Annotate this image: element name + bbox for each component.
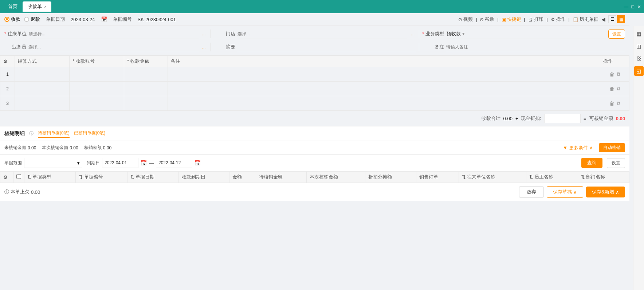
staff-input[interactable] (28, 42, 199, 52)
staff-more-btn[interactable]: ... (201, 44, 207, 50)
available-label: 可核销金额 (589, 115, 613, 122)
sidebar-expand-icon[interactable]: ◱ (634, 66, 644, 76)
business-type-label: 业务类型 (422, 31, 444, 37)
sort-icon[interactable]: ⇅ (462, 174, 466, 180)
ops-btn[interactable]: ⚙ 操作 (551, 16, 566, 23)
staff-label: 业务员 (4, 44, 26, 50)
toolbar-actions: ⊙ 视频 | ⊙ 帮助 | ▣ 快捷键 | 🖨 打印 | (458, 15, 625, 23)
sort-icon[interactable]: ⇅ (79, 174, 83, 180)
history-icon: 📋 (573, 17, 578, 22)
counterpart-more-btn[interactable]: ... (201, 31, 207, 36)
due-date-from-input[interactable] (102, 158, 138, 168)
bottom-col-current: 本次核销金额 (307, 172, 365, 183)
row-2-delete-icon[interactable]: 🗑 (609, 86, 614, 92)
shortcut-btn[interactable]: ▣ 快捷键 (502, 16, 521, 23)
due-date-to-input[interactable] (156, 158, 192, 168)
bench-icon: ⓘ (4, 189, 9, 195)
row-3-account[interactable] (70, 96, 124, 111)
bottom-settings-icon[interactable]: ⚙ (3, 175, 8, 180)
close-icon[interactable]: ✕ (637, 4, 641, 9)
summary-input[interactable] (237, 42, 416, 52)
row-2-notes[interactable] (168, 82, 600, 96)
bottom-table-area[interactable]: ⚙ ⇅ 单据类型 ⇅ 单据编号 (0, 171, 629, 183)
business-type-field: 业务类型 预收款 ▾ 设置 (422, 29, 625, 39)
restore-icon[interactable]: □ (631, 4, 634, 9)
done-tab[interactable]: 已核销单据(0笔) (74, 129, 106, 138)
minimize-icon[interactable]: — (624, 4, 628, 9)
settings-gear-icon[interactable]: ⚙ (3, 59, 8, 64)
row-1-notes[interactable] (168, 67, 600, 82)
sort-icon[interactable]: ⇅ (27, 174, 31, 180)
staff-field: 业务员 ... (4, 42, 207, 52)
pending-tab[interactable]: 待核销单据(0笔) (38, 129, 70, 138)
help-btn[interactable]: ⊙ 帮助 (480, 16, 494, 23)
col-amount-label: * 收款金额 (127, 58, 149, 64)
sort-icon[interactable]: ⇅ (130, 174, 134, 180)
radio-refund[interactable]: 退款 (24, 16, 40, 23)
row-2-account[interactable] (70, 82, 124, 96)
row-3-delete-icon[interactable]: 🗑 (609, 101, 614, 106)
bottom-col-settings[interactable]: ⚙ (0, 172, 13, 183)
tab-receipt[interactable]: 收款单 × (23, 1, 51, 12)
date-dash: — (149, 160, 154, 166)
col-settings-header[interactable]: ⚙ (0, 56, 15, 67)
table-settings-btn[interactable]: 设置 (607, 158, 625, 168)
date-to-icon[interactable]: 📅 (195, 160, 201, 166)
store-input[interactable] (237, 29, 408, 39)
bottom-col-due-date: 收款到期日 (179, 172, 229, 183)
row-1-settlement[interactable] (15, 67, 70, 82)
radio-receive[interactable]: 收款 (4, 16, 20, 23)
bottom-col-counterpart: ⇅ 往来单位名称 (459, 172, 526, 183)
sidebar-doc-icon[interactable]: ◫ (634, 42, 644, 51)
bottom-col-checkbox[interactable] (13, 172, 24, 183)
query-btn[interactable]: 查询 (581, 158, 602, 168)
print-label: 打印 (534, 16, 543, 23)
grid-view-btn[interactable]: ▦ (617, 15, 625, 23)
print-btn[interactable]: 🖨 打印 (528, 16, 543, 23)
row-2-copy-icon[interactable]: ⧉ (617, 86, 620, 92)
select-all-checkbox[interactable] (16, 174, 21, 179)
row-3-notes[interactable] (168, 96, 600, 111)
row-2-amount[interactable] (124, 82, 168, 96)
print-icon: 🖨 (528, 17, 533, 22)
date-from-icon[interactable]: 📅 (141, 160, 147, 166)
row-1-amount[interactable] (124, 67, 168, 82)
auto-verify-btn[interactable]: 自动核销 (599, 143, 625, 152)
store-more-btn[interactable]: ... (409, 31, 416, 36)
video-btn[interactable]: ⊙ 视频 (458, 16, 473, 23)
sort-icon[interactable]: ⇅ (581, 174, 585, 180)
calendar-icon[interactable]: 📅 (101, 16, 107, 22)
current-value: 0.00 (70, 145, 78, 150)
col-settlement-label: 结算方式 (18, 58, 37, 64)
tab-close-icon[interactable]: × (44, 4, 46, 9)
row-3-copy-icon[interactable]: ⧉ (617, 100, 620, 106)
nav-prev-icon[interactable]: ◀ (601, 16, 605, 22)
notes-input[interactable] (446, 42, 625, 52)
row-3-amount[interactable] (124, 96, 168, 111)
abandon-btn[interactable]: 放弃 (519, 186, 544, 198)
tab-home[interactable]: 首页 (3, 1, 23, 12)
sidebar-link-icon[interactable]: ⛓ (634, 54, 644, 63)
more-filter-btn[interactable]: ▼ 更多条件 ∧ (563, 145, 593, 151)
row-1-account[interactable] (70, 67, 124, 82)
save-new-btn[interactable]: 保存&新增 ∧ (586, 187, 625, 197)
sidebar-table-icon[interactable]: ▦ (634, 29, 644, 39)
discount-input[interactable] (544, 114, 581, 123)
counterpart-input[interactable] (29, 29, 199, 39)
sort-icon[interactable]: ⇅ (529, 174, 533, 180)
history-btn[interactable]: 📋 历史单据 (573, 16, 598, 23)
verification-info-icon[interactable]: ⓘ (29, 130, 34, 137)
row-1-delete-icon[interactable]: 🗑 (609, 71, 614, 77)
business-type-arrow-icon[interactable]: ▾ (462, 31, 465, 36)
row-2-ops: 🗑 ⧉ (600, 82, 629, 96)
row-3-settlement[interactable] (15, 96, 70, 111)
list-view-btn[interactable]: ☰ (608, 15, 616, 23)
bottom-col-dept: ⇅ 部门名称 (578, 172, 629, 183)
settings-btn[interactable]: 设置 (608, 30, 625, 39)
col-ops-header: 操作 (600, 56, 629, 67)
bill-range-select[interactable]: ▾ (24, 158, 82, 168)
business-type-select[interactable]: 预收款 ▾ (447, 29, 606, 39)
row-1-copy-icon[interactable]: ⧉ (617, 71, 620, 77)
save-draft-btn[interactable]: 保存草稿 ∧ (547, 186, 583, 198)
row-2-settlement[interactable] (15, 82, 70, 96)
